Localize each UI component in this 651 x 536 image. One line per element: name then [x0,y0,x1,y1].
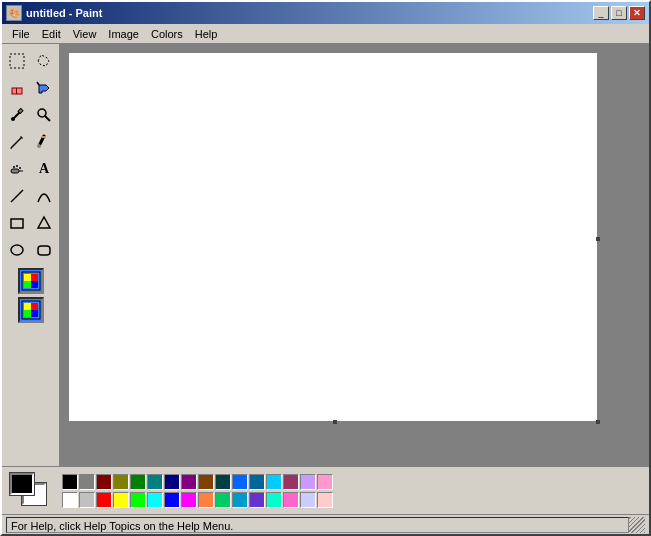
svg-point-24 [11,245,23,255]
color-swatch[interactable] [283,492,299,508]
color-swatch[interactable] [113,492,129,508]
svg-point-19 [19,167,21,169]
tool-extra-1[interactable] [18,268,44,294]
tool-row-4 [4,129,57,155]
color-swatch[interactable] [79,492,95,508]
menu-image[interactable]: Image [102,26,145,42]
svg-rect-7 [18,109,23,114]
svg-rect-29 [24,281,31,288]
drawing-canvas[interactable] [68,52,598,422]
svg-rect-0 [10,54,24,68]
eraser-tool[interactable] [4,75,30,101]
svg-rect-33 [31,303,38,310]
color-swatch[interactable] [96,474,112,490]
color-swatch[interactable] [164,492,180,508]
tool-row-7 [4,210,57,236]
svg-rect-32 [24,303,31,310]
airbrush-tool[interactable] [4,156,30,182]
color-swatch[interactable] [96,492,112,508]
svg-rect-22 [11,219,23,228]
active-colors [10,473,50,509]
palette-row-1 [62,474,333,490]
color-swatch[interactable] [164,474,180,490]
menu-help[interactable]: Help [189,26,224,42]
color-swatch[interactable] [300,474,316,490]
magnify-tool[interactable] [31,102,57,128]
color-swatch[interactable] [147,492,163,508]
fill-tool[interactable] [31,75,57,101]
svg-line-9 [45,116,50,121]
color-swatch[interactable] [113,474,129,490]
resize-grip[interactable] [629,517,645,533]
color-swatch[interactable] [266,492,282,508]
color-swatch[interactable] [147,474,163,490]
tool-extra-2[interactable] [18,297,44,323]
svg-marker-23 [38,217,50,228]
resize-handle-s[interactable] [333,420,337,424]
svg-point-18 [16,165,18,167]
color-swatch[interactable] [215,474,231,490]
palette-row-2 [62,492,333,508]
color-swatch[interactable] [215,492,231,508]
polygon-tool[interactable] [31,210,57,236]
svg-line-4 [37,82,39,85]
tool-row-9 [4,268,57,294]
color-swatch[interactable] [130,474,146,490]
color-palette [62,474,333,508]
color-swatch[interactable] [232,492,248,508]
curve-tool[interactable] [31,183,57,209]
color-swatch[interactable] [181,492,197,508]
color-swatch[interactable] [79,474,95,490]
color-swatch[interactable] [283,474,299,490]
resize-handle-e[interactable] [596,237,600,241]
menu-colors[interactable]: Colors [145,26,189,42]
canvas-container [60,44,649,466]
menu-bar: File Edit View Image Colors Help [2,24,649,44]
title-buttons: _ □ ✕ [593,6,645,20]
brush-tool[interactable] [31,129,57,155]
color-swatch[interactable] [62,474,78,490]
tool-row-1 [4,48,57,74]
color-swatch[interactable] [300,492,316,508]
minimize-button[interactable]: _ [593,6,609,20]
rounded-rect-tool[interactable] [31,237,57,263]
eyedropper-tool[interactable] [4,102,30,128]
color-swatch[interactable] [232,474,248,490]
select-free-tool[interactable] [31,48,57,74]
color-swatch[interactable] [198,492,214,508]
svg-rect-27 [24,274,31,281]
svg-point-17 [13,166,15,168]
svg-rect-30 [31,281,38,288]
foreground-color[interactable] [10,473,34,495]
ellipse-tool[interactable] [4,237,30,263]
tool-row-3 [4,102,57,128]
color-swatch[interactable] [62,492,78,508]
text-tool[interactable]: A [31,156,57,182]
tool-row-5: A [4,156,57,182]
window: 🎨 untitled - Paint _ □ ✕ File Edit View … [0,0,651,536]
color-swatch[interactable] [249,474,265,490]
close-button[interactable]: ✕ [629,6,645,20]
menu-file[interactable]: File [6,26,36,42]
select-rect-tool[interactable] [4,48,30,74]
palette-area [2,466,649,514]
color-swatch[interactable] [249,492,265,508]
maximize-button[interactable]: □ [611,6,627,20]
svg-rect-34 [24,310,31,317]
color-swatch[interactable] [266,474,282,490]
status-bar: For Help, click Help Topics on the Help … [2,514,649,534]
resize-handle-se[interactable] [596,420,600,424]
color-swatch[interactable] [130,492,146,508]
menu-edit[interactable]: Edit [36,26,67,42]
color-swatch[interactable] [317,474,333,490]
rect-tool[interactable] [4,210,30,236]
color-swatch[interactable] [317,492,333,508]
color-swatch[interactable] [181,474,197,490]
svg-rect-25 [38,246,50,255]
tool-row-10 [4,297,57,323]
pencil-tool[interactable] [4,129,30,155]
window-title: untitled - Paint [26,7,102,19]
line-tool[interactable] [4,183,30,209]
menu-view[interactable]: View [67,26,103,42]
color-swatch[interactable] [198,474,214,490]
